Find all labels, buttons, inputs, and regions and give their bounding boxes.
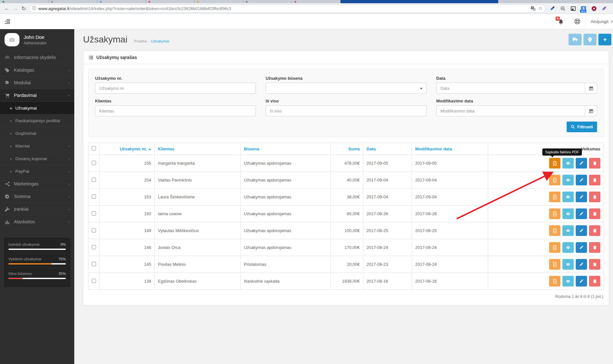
- row-checkbox[interactable]: [92, 194, 96, 199]
- edit-order-button[interactable]: [576, 276, 587, 287]
- delete-order-button[interactable]: [589, 208, 600, 219]
- sort-status[interactable]: Būsena: [241, 143, 331, 155]
- invoice-pdf-button[interactable]: [549, 175, 560, 185]
- delete-order-button[interactable]: [589, 192, 600, 202]
- row-checkbox[interactable]: [92, 161, 96, 165]
- edit-order-button[interactable]: [576, 175, 587, 185]
- window-capture-extension-icon[interactable]: [570, 6, 576, 11]
- sidebar-item-pardavimai[interactable]: Pardavimai›: [0, 89, 74, 101]
- sidebar-item-dovan-kuponai[interactable]: »Dovanų kuponai›: [0, 152, 74, 165]
- browser-tab[interactable]: [97, 0, 146, 3]
- view-order-button[interactable]: [562, 175, 574, 185]
- forward-button[interactable]: →: [11, 5, 19, 12]
- delete-order-button[interactable]: [589, 259, 600, 270]
- shipping-list-button[interactable]: [569, 34, 582, 45]
- row-checkbox[interactable]: [92, 211, 96, 216]
- invoice-pdf-button[interactable]: [549, 192, 560, 202]
- browser-tab[interactable]: [243, 0, 292, 3]
- sidebar-item-gr-inimai[interactable]: »Grąžinimai: [0, 127, 74, 139]
- sidebar-item-marketingas[interactable]: Marketingas›: [0, 177, 74, 190]
- translate-icon[interactable]: [531, 6, 536, 11]
- row-checkbox[interactable]: [92, 262, 96, 266]
- filter-button[interactable]: Filtruoti: [567, 122, 597, 132]
- edit-order-button[interactable]: [576, 192, 587, 202]
- sort-total[interactable]: Suma: [331, 143, 363, 155]
- filter-modified-input[interactable]: [436, 105, 585, 116]
- view-order-button[interactable]: [562, 242, 574, 253]
- notifications-button[interactable]: 0: [553, 14, 569, 29]
- sidebar-item-pasikartojantys-profiliai[interactable]: »Pasikartojantys profiliai: [0, 114, 74, 127]
- sidebar-item-u-sakymai[interactable]: »Užsakymai: [0, 101, 74, 114]
- print-invoice-button[interactable]: [583, 34, 596, 45]
- date-calendar-button[interactable]: [585, 83, 597, 94]
- sort-modified[interactable]: Modifikavimo data: [412, 143, 488, 155]
- select-all-checkbox[interactable]: [92, 146, 96, 150]
- sidebar-item-paypal[interactable]: »PayPal›: [0, 165, 74, 177]
- delete-order-button[interactable]: [589, 225, 600, 236]
- logout-button[interactable]: Atsijungti: [585, 14, 613, 29]
- edit-order-button[interactable]: [576, 208, 587, 219]
- browser-tab[interactable]: [146, 0, 195, 3]
- view-order-button[interactable]: [562, 208, 574, 219]
- filter-status-select[interactable]: [266, 83, 427, 94]
- sidebar-item-katalogas[interactable]: Katalogas›: [0, 64, 74, 76]
- back-button[interactable]: ←: [3, 5, 11, 12]
- sort-order-nr[interactable]: Užsakymo nr.: [100, 143, 155, 155]
- help-button[interactable]: [569, 14, 585, 29]
- reload-button[interactable]: ↻: [19, 5, 28, 12]
- row-checkbox[interactable]: [92, 178, 96, 182]
- browser-tab[interactable]: [0, 0, 49, 3]
- invoice-pdf-button[interactable]: [549, 276, 560, 287]
- view-order-button[interactable]: [562, 225, 574, 236]
- edit-order-button[interactable]: [576, 225, 587, 236]
- sidebar-toggle-button[interactable]: [0, 14, 15, 29]
- filter-order-nr-input[interactable]: [95, 83, 256, 94]
- sidebar-item-klientai[interactable]: »Klientai›: [0, 139, 74, 152]
- delete-order-button[interactable]: [589, 242, 600, 253]
- delete-order-button[interactable]: [589, 276, 600, 287]
- view-order-button[interactable]: [562, 192, 574, 202]
- bookmark-star-icon[interactable]: ☆: [538, 6, 543, 11]
- add-order-button[interactable]: +: [598, 34, 611, 45]
- invoice-pdf-button[interactable]: [549, 208, 560, 219]
- sort-date[interactable]: Data: [363, 143, 412, 155]
- invoice-pdf-button[interactable]: [549, 242, 560, 253]
- colorzilla-extension-icon[interactable]: [591, 6, 597, 11]
- sidebar-item-informacinis-skydelis[interactable]: Informacinis skydelis: [0, 51, 74, 64]
- modified-calendar-button[interactable]: [585, 105, 597, 116]
- invoice-pdf-button[interactable]: [549, 225, 560, 236]
- edit-order-button[interactable]: [576, 259, 587, 270]
- eyedropper-extension-icon[interactable]: [549, 6, 555, 11]
- row-checkbox[interactable]: [92, 279, 96, 283]
- sidebar-item--rankiai[interactable]: Įrankiai›: [0, 203, 74, 215]
- view-order-button[interactable]: [562, 276, 574, 287]
- filter-customer-input[interactable]: [95, 105, 256, 116]
- view-order-button[interactable]: [562, 158, 574, 169]
- edit-order-button[interactable]: [576, 158, 587, 169]
- sidebar-item-ataskaitos[interactable]: Ataskaitos›: [0, 215, 74, 228]
- browser-tab[interactable]: [49, 0, 97, 3]
- address-bar[interactable]: ⓘ www.agregatai.lt/siteadmin14/index.php…: [29, 5, 546, 13]
- breadcrumb-home[interactable]: Pradžia: [134, 39, 147, 43]
- view-order-button[interactable]: [562, 259, 574, 270]
- edit-order-button[interactable]: [576, 242, 587, 253]
- invoice-pdf-button[interactable]: [549, 158, 560, 169]
- sidebar-item-sistema[interactable]: Sistema›: [0, 190, 74, 203]
- page-info-icon[interactable]: ⓘ: [32, 6, 36, 11]
- breadcrumb-current[interactable]: Užsakymai: [151, 39, 169, 43]
- feather-extension-icon[interactable]: [601, 6, 607, 11]
- invoice-pdf-button[interactable]: [549, 259, 560, 270]
- filter-date-input[interactable]: [436, 83, 585, 94]
- delete-order-button[interactable]: [589, 175, 600, 185]
- user-profile[interactable]: John Doe Administrator: [0, 29, 74, 51]
- row-checkbox[interactable]: [92, 245, 96, 249]
- s-extension-icon[interactable]: S New: [581, 6, 586, 11]
- row-checkbox[interactable]: [92, 228, 96, 232]
- sort-customer[interactable]: Klientas: [155, 143, 241, 155]
- ip-lookup-extension-icon[interactable]: IP: [560, 6, 566, 11]
- browser-tab[interactable]: [292, 0, 341, 3]
- filter-total-input[interactable]: [266, 105, 427, 116]
- browser-tab[interactable]: [195, 0, 243, 3]
- sidebar-item-moduliai[interactable]: Moduliai›: [0, 76, 74, 89]
- delete-order-button[interactable]: [589, 158, 600, 169]
